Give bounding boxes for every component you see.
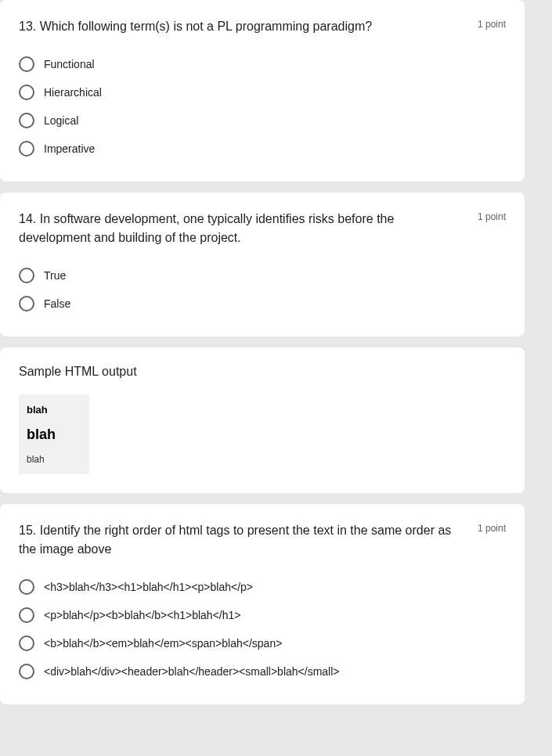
radio-option-imperative[interactable]: Imperative (19, 135, 506, 163)
radio-option-c[interactable]: <b>blah</b><em>blah</em><span>blah</span… (19, 629, 506, 657)
sample-card: Sample HTML output blah blah blah (0, 347, 525, 493)
question-card-14: 14. In software development, one typical… (0, 193, 525, 337)
radio-icon (19, 607, 34, 623)
option-label: Logical (44, 114, 78, 127)
option-label: True (44, 269, 66, 282)
question-points: 1 point (478, 210, 506, 222)
question-title: 15. Identify the right order of html tag… (19, 521, 478, 559)
radio-icon (19, 85, 34, 100)
question-card-13: 13. Which following term(s) is not a PL … (0, 0, 525, 182)
option-label: <h3>blah</h3><h1>blah</h1><p>blah</p> (44, 581, 253, 593)
radio-icon (19, 664, 34, 679)
sample-heading: Sample HTML output (19, 365, 506, 379)
sample-line-1: blah (27, 404, 81, 416)
option-label: False (44, 297, 70, 310)
radio-icon (19, 579, 34, 595)
radio-option-d[interactable]: <div>blah</div><header>blah</header><sma… (19, 657, 506, 686)
sample-line-2: blah (27, 427, 81, 443)
sample-output-box: blah blah blah (19, 394, 89, 474)
radio-option-hierarchical[interactable]: Hierarchical (19, 78, 506, 106)
sample-line-3: blah (27, 454, 81, 465)
radio-icon (19, 635, 34, 651)
radio-icon (19, 141, 34, 157)
radio-option-functional[interactable]: Functional (19, 50, 506, 78)
radio-icon (19, 113, 34, 128)
question-card-15: 15. Identify the right order of html tag… (0, 504, 525, 704)
question-header: 15. Identify the right order of html tag… (19, 521, 506, 559)
radio-option-false[interactable]: False (19, 290, 506, 318)
option-label: <div>blah</div><header>blah</header><sma… (44, 665, 340, 678)
option-label: Imperative (44, 142, 95, 155)
option-label: <p>blah</p><b>blah</b><h1>blah</h1> (44, 609, 240, 621)
question-title: 13. Which following term(s) is not a PL … (19, 17, 478, 36)
radio-icon (19, 296, 34, 311)
option-label: Hierarchical (44, 86, 102, 99)
question-points: 1 point (478, 521, 506, 534)
question-points: 1 point (478, 17, 506, 30)
radio-icon (19, 268, 34, 283)
radio-option-a[interactable]: <h3>blah</h3><h1>blah</h1><p>blah</p> (19, 573, 506, 601)
option-label: <b>blah</b><em>blah</em><span>blah</span… (44, 637, 282, 650)
question-header: 13. Which following term(s) is not a PL … (19, 17, 506, 36)
radio-icon (19, 56, 34, 72)
question-header: 14. In software development, one typical… (19, 210, 506, 247)
option-label: Functional (44, 58, 95, 70)
radio-option-true[interactable]: True (19, 261, 506, 290)
question-title: 14. In software development, one typical… (19, 210, 478, 247)
radio-option-logical[interactable]: Logical (19, 106, 506, 135)
radio-option-b[interactable]: <p>blah</p><b>blah</b><h1>blah</h1> (19, 601, 506, 629)
